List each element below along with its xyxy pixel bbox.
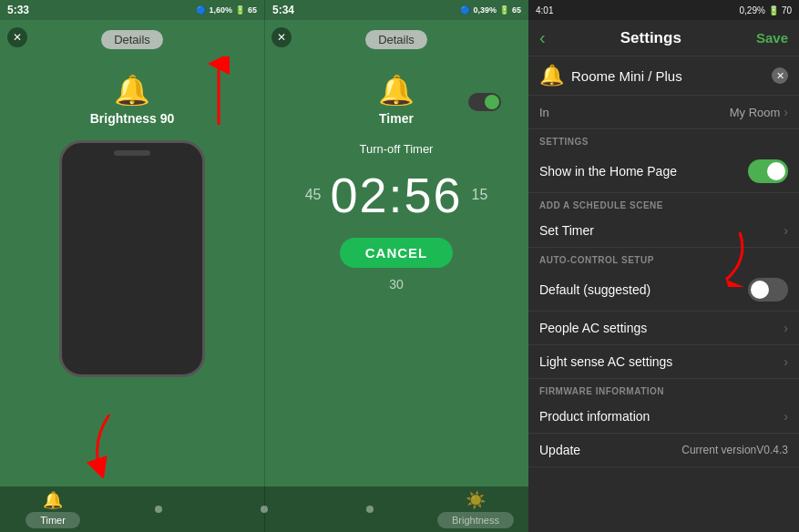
default-toggle[interactable] bbox=[748, 278, 788, 302]
brightness-tab-label: Brightness bbox=[437, 512, 514, 528]
product-info-label: Product information bbox=[539, 409, 650, 424]
settings-header: ‹ Settings Save bbox=[528, 20, 799, 56]
in-label: In bbox=[539, 106, 549, 119]
timer-bottom-num: 30 bbox=[389, 277, 404, 292]
show-home-label: Show in the Home Page bbox=[539, 164, 677, 179]
people-ac-label: People AC settings bbox=[539, 321, 647, 335]
default-row-container: Default (suggested) bbox=[528, 269, 799, 312]
show-home-toggle[interactable] bbox=[748, 159, 788, 183]
default-suggested-label: Default (suggested) bbox=[539, 282, 650, 297]
tab-dot3[interactable] bbox=[317, 506, 423, 513]
light-sense-chevron-icon: › bbox=[784, 354, 788, 369]
brightness-panel: ✕ Details 🔔 Brightness 90 bbox=[0, 20, 264, 532]
set-timer-chevron-icon: › bbox=[784, 223, 788, 238]
right-panel: 4:01 0,29% 🔋 70 ‹ Settings Save 🔔 ✕ In M… bbox=[528, 0, 799, 532]
turn-off-label: Turn-off Timer bbox=[360, 142, 434, 156]
cancel-button[interactable]: CANCEL bbox=[340, 238, 454, 268]
light-sense-row[interactable]: Light sense AC settings › bbox=[528, 345, 799, 379]
phone-mockup bbox=[59, 140, 205, 377]
dot2 bbox=[261, 506, 268, 513]
default-suggested-row: Default (suggested) bbox=[528, 269, 799, 312]
product-info-chevron-icon: › bbox=[784, 409, 788, 424]
status-bar-left: 5:33 🔵 1,60% 🔋 65 bbox=[0, 0, 264, 20]
in-chevron-icon: › bbox=[784, 105, 788, 119]
show-home-toggle-knob bbox=[767, 162, 785, 180]
brightness-title: Brightness 90 bbox=[90, 111, 175, 126]
close-timer-button[interactable]: ✕ bbox=[271, 27, 292, 47]
people-ac-row[interactable]: People AC settings › bbox=[528, 312, 799, 345]
product-info-row[interactable]: Product information › bbox=[528, 400, 799, 434]
settings-title: Settings bbox=[620, 29, 681, 47]
details-timer-button[interactable]: Details bbox=[365, 30, 427, 49]
timer-right-num: 15 bbox=[472, 187, 488, 203]
back-button[interactable]: ‹ bbox=[539, 27, 546, 48]
bottom-bar: 🔔 Timer ☀️ Brightness bbox=[0, 486, 528, 532]
firmware-section-header: FIRMWARE INFORMATION bbox=[528, 379, 799, 400]
show-home-row: Show in the Home Page bbox=[528, 150, 799, 193]
brightness-tab-icon: ☀️ bbox=[466, 490, 486, 510]
settings-status-bar: 4:01 0,29% 🔋 70 bbox=[528, 0, 799, 20]
default-toggle-knob bbox=[751, 281, 769, 299]
device-icon: 🔔 bbox=[539, 64, 564, 87]
set-timer-row[interactable]: Set Timer › bbox=[528, 214, 799, 248]
status-bar-right: 5:34 🔵 0,39% 🔋 65 bbox=[264, 0, 528, 20]
tab-dot2[interactable] bbox=[211, 506, 317, 513]
timer-tab-icon: 🔔 bbox=[43, 490, 63, 510]
timer-toggle-knob bbox=[485, 95, 499, 109]
settings-section-header: SETTINGS bbox=[528, 129, 799, 150]
timer-digits: 02:56 bbox=[330, 167, 462, 223]
in-value: My Room bbox=[730, 106, 781, 119]
timer-icon: 🔔 bbox=[378, 73, 415, 107]
status-icons-left: 🔵 1,60% 🔋 65 bbox=[196, 5, 257, 15]
status-icons-right: 🔵 0,39% 🔋 65 bbox=[460, 5, 521, 15]
light-sense-label: Light sense AC settings bbox=[539, 354, 672, 369]
clear-button[interactable]: ✕ bbox=[772, 67, 788, 84]
timer-tab-label: Timer bbox=[26, 512, 80, 528]
autocontrol-section-header: AUTO-CONTROL SETUP bbox=[528, 248, 799, 269]
settings-status-icons: 0,29% 🔋 70 bbox=[740, 5, 792, 15]
in-value-group: My Room › bbox=[730, 105, 788, 119]
set-timer-label: Set Timer bbox=[539, 223, 594, 238]
tab-brightness[interactable]: ☀️ Brightness bbox=[423, 490, 528, 528]
dot3 bbox=[366, 506, 374, 513]
tab-timer[interactable]: 🔔 Timer bbox=[0, 490, 106, 528]
timer-left-num: 45 bbox=[305, 187, 322, 203]
device-name-input[interactable] bbox=[571, 68, 764, 84]
time-left: 5:33 bbox=[7, 4, 29, 16]
timer-panel: ✕ Details 🔔 Timer Turn-off Timer 45 02:5… bbox=[264, 20, 528, 532]
settings-time: 4:01 bbox=[536, 5, 553, 15]
update-label: Update bbox=[539, 443, 580, 457]
device-name-row: 🔔 ✕ bbox=[528, 56, 799, 96]
people-ac-chevron-icon: › bbox=[784, 321, 788, 335]
timer-title: Timer bbox=[379, 111, 414, 126]
tab-dot1[interactable] bbox=[106, 506, 211, 513]
dot1 bbox=[155, 506, 162, 513]
in-row: In My Room › bbox=[528, 96, 799, 129]
save-button[interactable]: Save bbox=[756, 30, 788, 46]
left-panel: 5:33 🔵 1,60% 🔋 65 5:34 🔵 0,39% 🔋 65 ✕ bbox=[0, 0, 528, 532]
timer-content: Turn-off Timer 45 02:56 15 CANCEL 30 bbox=[264, 126, 528, 292]
schedule-section-header: ADD A SCHEDULE SCENE bbox=[528, 193, 799, 214]
phone-notch bbox=[114, 150, 150, 156]
details-brightness-button[interactable]: Details bbox=[101, 30, 163, 49]
close-brightness-button[interactable]: ✕ bbox=[7, 27, 27, 47]
timer-toggle[interactable] bbox=[468, 93, 501, 111]
brightness-icon: 🔔 bbox=[114, 73, 150, 107]
time-right: 5:34 bbox=[272, 4, 294, 16]
update-value: Current versionV0.4.3 bbox=[681, 444, 788, 456]
update-row: Update Current versionV0.4.3 bbox=[528, 434, 799, 467]
timer-display-row: 45 02:56 15 bbox=[305, 167, 488, 223]
